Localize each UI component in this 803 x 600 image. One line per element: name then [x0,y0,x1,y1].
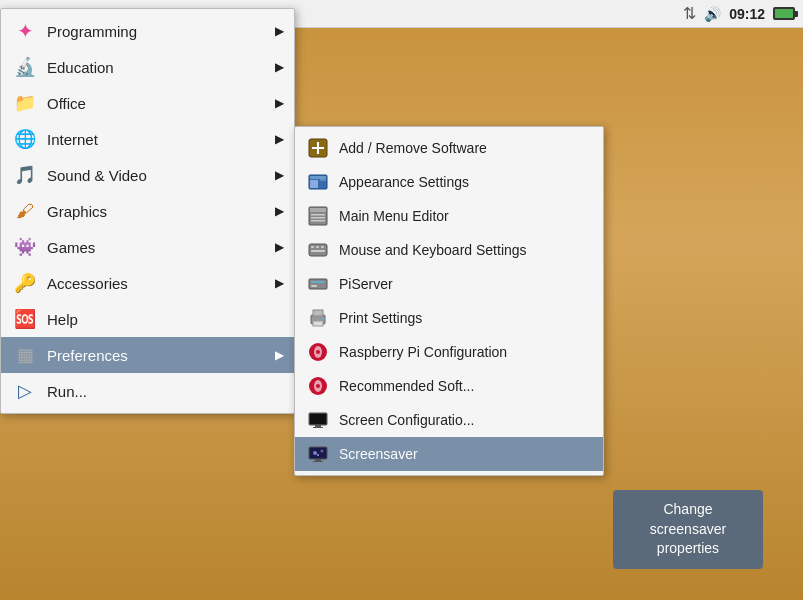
menu-item-accessories[interactable]: 🔑 Accessories ▶ [1,265,294,301]
games-arrow: ▶ [275,240,284,254]
run-icon: ▷ [13,379,37,403]
mouse-keyboard-label: Mouse and Keyboard Settings [339,242,527,258]
volume-icon: 🔊 [704,6,721,22]
preferences-arrow: ▶ [275,348,284,362]
svg-rect-10 [311,217,325,219]
internet-label: Internet [47,131,98,148]
submenu-item-main-menu[interactable]: Main Menu Editor [295,199,603,233]
menu-item-internet[interactable]: 🌐 Internet ▶ [1,121,294,157]
submenu-item-recommended[interactable]: Recommended Soft... [295,369,603,403]
svg-rect-14 [316,246,319,248]
submenu-item-screensaver[interactable]: Screensaver [295,437,603,471]
menu-item-programming[interactable]: ✦ Programming ▶ [1,13,294,49]
main-menu-icon [307,205,329,227]
games-label: Games [47,239,95,256]
svg-rect-16 [311,250,325,252]
preferences-label: Preferences [47,347,128,364]
submenu-item-mouse-kbd[interactable]: Mouse and Keyboard Settings [295,233,603,267]
submenu-item-piserver[interactable]: PiServer [295,267,603,301]
print-icon [307,307,329,329]
svg-rect-4 [310,176,326,179]
svg-rect-34 [309,447,327,459]
accessories-icon: 🔑 [13,271,37,295]
screensaver-label: Screensaver [339,446,418,462]
svg-rect-8 [310,208,326,212]
submenu-item-add-remove[interactable]: Add / Remove Software [295,131,603,165]
clock: 09:12 [729,6,765,22]
svg-rect-15 [321,246,324,248]
submenu-item-screen-config[interactable]: Screen Configuratio... [295,403,603,437]
svg-rect-18 [311,281,325,283]
programming-arrow: ▶ [275,24,284,38]
main-menu-label: Main Menu Editor [339,208,449,224]
svg-rect-31 [310,414,326,424]
battery-icon [773,7,795,20]
appearance-icon [307,171,329,193]
svg-rect-17 [309,279,327,289]
graphics-arrow: ▶ [275,204,284,218]
office-icon: 📁 [13,91,37,115]
rpi-config-icon [307,341,329,363]
add-remove-icon [307,137,329,159]
programming-label: Programming [47,23,137,40]
add-remove-label: Add / Remove Software [339,140,487,156]
submenu-item-print[interactable]: Print Settings [295,301,603,335]
recommended-label: Recommended Soft... [339,378,474,394]
system-icons: ⇅ 🔊 09:12 [683,4,795,23]
sound-icon: 🎵 [13,163,37,187]
svg-point-29 [316,384,320,388]
education-icon: 🔬 [13,55,37,79]
svg-rect-38 [315,459,321,461]
svg-point-23 [322,318,325,321]
piserver-label: PiServer [339,276,393,292]
menu-item-run[interactable]: ▷ Run... [1,373,294,409]
svg-rect-11 [311,220,325,222]
run-label: Run... [47,383,87,400]
menu-item-graphics[interactable]: 🖌 Graphics ▶ [1,193,294,229]
education-label: Education [47,59,114,76]
menu-item-help[interactable]: 🆘 Help [1,301,294,337]
help-label: Help [47,311,78,328]
svg-point-26 [316,350,320,354]
internet-arrow: ▶ [275,132,284,146]
sound-arrow: ▶ [275,168,284,182]
office-arrow: ▶ [275,96,284,110]
application-menu: ✦ Programming ▶ 🔬 Education ▶ 📁 Office ▶… [0,8,295,414]
svg-point-37 [317,454,319,456]
menu-item-education[interactable]: 🔬 Education ▶ [1,49,294,85]
games-icon: 👾 [13,235,37,259]
recommended-icon [307,375,329,397]
submenu-item-appearance[interactable]: Appearance Settings [295,165,603,199]
internet-icon: 🌐 [13,127,37,151]
print-label: Print Settings [339,310,422,326]
office-label: Office [47,95,86,112]
appearance-label: Appearance Settings [339,174,469,190]
svg-rect-5 [310,180,318,188]
menu-item-games[interactable]: 👾 Games ▶ [1,229,294,265]
preferences-icon: ▦ [13,343,37,367]
svg-point-35 [313,451,317,455]
screen-config-icon [307,409,329,431]
svg-rect-19 [311,285,317,287]
svg-rect-9 [311,214,325,216]
svg-rect-2 [317,142,319,154]
mouse-keyboard-icon [307,239,329,261]
help-icon: 🆘 [13,307,37,331]
menu-item-preferences[interactable]: ▦ Preferences ▶ [1,337,294,373]
menu-item-office[interactable]: 📁 Office ▶ [1,85,294,121]
primary-menu: ✦ Programming ▶ 🔬 Education ▶ 📁 Office ▶… [0,8,295,414]
tooltip-text: Change screensaver properties [650,501,726,556]
programming-icon: ✦ [13,19,37,43]
network-icon: ⇅ [683,4,696,23]
submenu-item-rpi-config[interactable]: Raspberry Pi Configuration [295,335,603,369]
sound-label: Sound & Video [47,167,147,184]
svg-rect-32 [315,425,321,427]
accessories-arrow: ▶ [275,276,284,290]
education-arrow: ▶ [275,60,284,74]
menu-item-sound[interactable]: 🎵 Sound & Video ▶ [1,157,294,193]
screensaver-icon [307,443,329,465]
svg-rect-13 [311,246,314,248]
screen-config-label: Screen Configuratio... [339,412,474,428]
svg-rect-33 [313,427,323,428]
accessories-label: Accessories [47,275,128,292]
